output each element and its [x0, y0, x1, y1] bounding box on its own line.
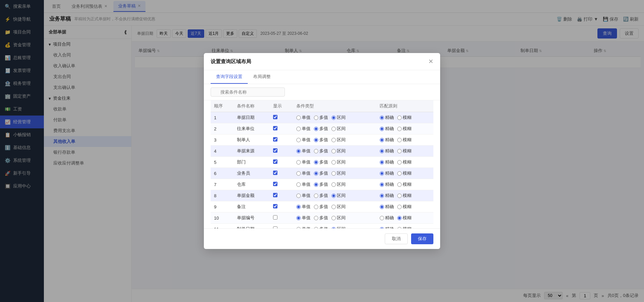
modal-search-input[interactable] — [211, 87, 285, 97]
match-radio-10-精确[interactable]: 精确 — [380, 215, 394, 221]
type-radio-6-多值[interactable]: 多值 — [314, 170, 328, 176]
type-radio-input-3-多值[interactable] — [314, 138, 318, 142]
type-radio-input-6-单值[interactable] — [296, 171, 301, 176]
display-checkbox-3[interactable] — [273, 137, 277, 142]
type-radio-4-多值[interactable]: 多值 — [314, 148, 328, 154]
type-radio-input-2-区间[interactable] — [331, 127, 336, 131]
type-radio-input-10-区间[interactable] — [331, 216, 336, 220]
type-radio-8-区间[interactable]: 区间 — [331, 193, 346, 199]
match-radio-8-模糊[interactable]: 模糊 — [397, 193, 411, 199]
type-radio-input-10-多值[interactable] — [314, 216, 318, 220]
type-radio-7-区间[interactable]: 区间 — [331, 181, 346, 187]
type-radio-1-单值[interactable]: 单值 — [296, 115, 311, 121]
match-radio-input-1-模糊[interactable] — [397, 116, 402, 120]
type-radio-input-9-多值[interactable] — [314, 205, 318, 209]
type-radio-input-7-多值[interactable] — [314, 182, 318, 187]
type-radio-8-多值[interactable]: 多值 — [314, 193, 328, 199]
modal-close-button[interactable]: ✕ — [428, 58, 433, 65]
match-radio-input-5-精确[interactable] — [380, 160, 384, 165]
type-radio-2-单值[interactable]: 单值 — [296, 126, 311, 132]
match-radio-5-精确[interactable]: 精确 — [380, 159, 394, 165]
row-display-10[interactable] — [270, 212, 293, 224]
type-radio-input-9-区间[interactable] — [331, 205, 336, 209]
type-radio-7-多值[interactable]: 多值 — [314, 181, 328, 187]
display-checkbox-wrap-5[interactable] — [273, 159, 289, 165]
match-radio-input-7-精确[interactable] — [380, 182, 384, 187]
match-radio-input-5-模糊[interactable] — [397, 160, 402, 165]
row-display-3[interactable] — [270, 134, 293, 146]
row-display-7[interactable] — [270, 179, 293, 190]
type-radio-1-多值[interactable]: 多值 — [314, 115, 328, 121]
match-radio-input-8-模糊[interactable] — [397, 194, 402, 198]
match-radio-7-精确[interactable]: 精确 — [380, 181, 394, 187]
match-radio-input-10-模糊[interactable] — [397, 216, 402, 220]
row-display-2[interactable] — [270, 123, 293, 134]
match-radio-input-2-模糊[interactable] — [397, 127, 402, 131]
match-radio-4-精确[interactable]: 精确 — [380, 148, 394, 154]
match-radio-input-9-模糊[interactable] — [397, 205, 402, 209]
type-radio-input-3-单值[interactable] — [296, 138, 301, 142]
display-checkbox-wrap-2[interactable] — [273, 126, 289, 131]
row-display-1[interactable] — [270, 112, 293, 123]
type-radio-input-6-区间[interactable] — [331, 171, 336, 176]
modal-tab-fields[interactable]: 查询字段设置 — [211, 70, 248, 84]
display-checkbox-7[interactable] — [273, 182, 277, 186]
display-checkbox-wrap-1[interactable] — [273, 115, 289, 120]
type-radio-8-单值[interactable]: 单值 — [296, 193, 311, 199]
display-checkbox-wrap-9[interactable] — [273, 204, 289, 209]
display-checkbox-wrap-4[interactable] — [273, 148, 289, 154]
type-radio-input-8-区间[interactable] — [331, 194, 336, 198]
modal-tab-layout[interactable]: 布局调整 — [248, 70, 276, 84]
display-checkbox-1[interactable] — [273, 115, 277, 119]
type-radio-10-区间[interactable]: 区间 — [331, 215, 346, 221]
type-radio-3-单值[interactable]: 单值 — [296, 137, 311, 143]
type-radio-5-多值[interactable]: 多值 — [314, 159, 328, 165]
type-radio-input-8-多值[interactable] — [314, 194, 318, 198]
row-display-5[interactable] — [270, 157, 293, 168]
type-radio-input-7-区间[interactable] — [331, 182, 336, 187]
match-radio-input-2-精确[interactable] — [380, 127, 384, 131]
row-display-6[interactable] — [270, 168, 293, 179]
match-radio-input-10-精确[interactable] — [380, 216, 384, 220]
match-radio-3-精确[interactable]: 精确 — [380, 137, 394, 143]
type-radio-5-区间[interactable]: 区间 — [331, 159, 346, 165]
match-radio-1-精确[interactable]: 精确 — [380, 115, 394, 121]
match-radio-2-精确[interactable]: 精确 — [380, 126, 394, 132]
row-display-4[interactable] — [270, 146, 293, 157]
type-radio-7-单值[interactable]: 单值 — [296, 181, 311, 187]
match-radio-7-模糊[interactable]: 模糊 — [397, 181, 411, 187]
type-radio-2-区间[interactable]: 区间 — [331, 126, 346, 132]
display-checkbox-wrap-8[interactable] — [273, 193, 289, 198]
display-checkbox-wrap-3[interactable] — [273, 137, 289, 143]
type-radio-input-1-区间[interactable] — [331, 116, 336, 120]
match-radio-input-8-精确[interactable] — [380, 194, 384, 198]
modal-save-button[interactable]: 保存 — [411, 233, 433, 244]
type-radio-input-1-单值[interactable] — [296, 116, 301, 120]
display-checkbox-2[interactable] — [273, 126, 277, 130]
match-radio-10-模糊[interactable]: 模糊 — [397, 215, 411, 221]
type-radio-2-多值[interactable]: 多值 — [314, 126, 328, 132]
match-radio-input-6-精确[interactable] — [380, 171, 384, 176]
display-checkbox-9[interactable] — [273, 204, 277, 208]
match-radio-6-精确[interactable]: 精确 — [380, 170, 394, 176]
type-radio-input-4-单值[interactable] — [296, 149, 301, 153]
display-checkbox-wrap-10[interactable] — [273, 215, 289, 221]
match-radio-9-精确[interactable]: 精确 — [380, 204, 394, 210]
type-radio-10-单值[interactable]: 单值 — [296, 215, 311, 221]
match-radio-input-4-精确[interactable] — [380, 149, 384, 153]
match-radio-1-模糊[interactable]: 模糊 — [397, 115, 411, 121]
match-radio-8-精确[interactable]: 精确 — [380, 193, 394, 199]
type-radio-input-3-区间[interactable] — [331, 138, 336, 142]
display-checkbox-5[interactable] — [273, 159, 277, 164]
match-radio-input-7-模糊[interactable] — [397, 182, 402, 187]
type-radio-9-区间[interactable]: 区间 — [331, 204, 346, 210]
type-radio-input-5-单值[interactable] — [296, 160, 301, 165]
match-radio-6-模糊[interactable]: 模糊 — [397, 170, 411, 176]
type-radio-5-单值[interactable]: 单值 — [296, 159, 311, 165]
type-radio-1-区间[interactable]: 区间 — [331, 115, 346, 121]
match-radio-9-模糊[interactable]: 模糊 — [397, 204, 411, 210]
type-radio-input-4-区间[interactable] — [331, 149, 336, 153]
type-radio-4-区间[interactable]: 区间 — [331, 148, 346, 154]
match-radio-input-9-精确[interactable] — [380, 205, 384, 209]
type-radio-input-1-多值[interactable] — [314, 116, 318, 120]
